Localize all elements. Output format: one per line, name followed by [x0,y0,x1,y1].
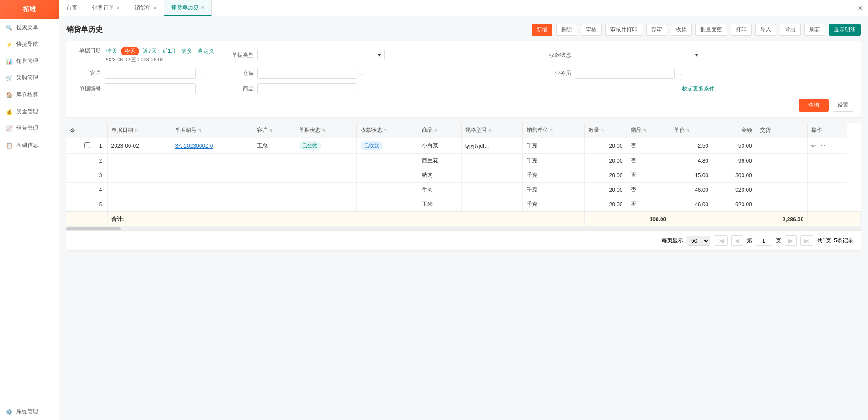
sidebar-item-search-menu[interactable]: 🔍 搜索菜单 [0,19,59,36]
cell-spec [461,154,523,168]
staff-input[interactable] [575,68,675,79]
th-doc-status[interactable]: 单据状态⇅ [295,123,357,138]
data-table-container: ⚙ 单据日期⇅ 单据编号⇅ 客户⇅ 单据状态⇅ [66,123,861,250]
cell-checkbox [80,183,94,197]
ops-more[interactable]: ⋯ [820,143,826,149]
th-collect-status[interactable]: 收款状态⇅ [356,123,418,138]
cell-goods: 牛肉 [418,183,462,197]
page-prev-button[interactable]: ◀ [731,235,743,246]
export-button[interactable]: 导出 [780,24,801,36]
collapse-button[interactable]: 收起更多条件 [682,85,715,93]
collect-status-badge: 已收款 [361,141,383,150]
sidebar-item-quick-nav[interactable]: ⚡ 快捷导航 [0,36,59,53]
tab-sales-goods[interactable]: 销货单 × [127,0,164,16]
collect-status-label: 收款状态 [544,51,571,59]
th-spec[interactable]: 规格型号⇅ [461,123,523,138]
sidebar-item-finance[interactable]: 💰 资金管理 [0,103,59,120]
collect-button[interactable]: 收款 [671,24,692,36]
row-checkbox[interactable] [84,142,90,148]
sidebar-item-sales-mgmt[interactable]: 📊 销售管理 [0,53,59,70]
th-gift[interactable]: 赠品⇅ [627,123,670,138]
th-price[interactable]: 单价⇅ [670,123,712,138]
sidebar-item-basic-info[interactable]: 📋 基础信息 [0,137,59,154]
shortcut-custom[interactable]: 自定义 [196,47,216,55]
th-doc-no[interactable]: 单据编号⇅ [171,123,253,138]
review-button[interactable]: 审核 [581,24,602,36]
sidebar-item-purchase-mgmt[interactable]: 🛒 采购管理 [0,70,59,86]
tab-sales-history-close[interactable]: × [201,5,204,10]
window-close-button[interactable]: ✕ [853,5,868,11]
doc-no-input[interactable] [105,83,196,94]
summary-rownum [94,212,107,227]
cell-unit: 千克 [523,168,585,183]
shortcut-7days[interactable]: 近7天 [141,47,159,55]
th-customer[interactable]: 客户⇅ [253,123,295,138]
sort-price: ⇅ [686,128,690,133]
tab-sales-order[interactable]: 销售订单 × [85,0,127,16]
page-next-button[interactable]: ▶ [785,235,797,246]
warehouse-input[interactable] [257,68,357,79]
filter-row-1: 单据日期 昨天 今天 近7天 近1月 更多 自定义 2023-06-02 至 2… [74,47,853,63]
page-number-input[interactable] [756,236,772,246]
tab-sales-history[interactable]: 销货单历史 × [164,0,212,16]
tab-sales-goods-label: 销货单 [135,4,151,12]
shortcut-today[interactable]: 今天 [121,47,139,55]
abandon-button[interactable]: 弃审 [646,24,667,36]
cell-doc-no[interactable]: SA-20230602-0 [171,138,253,154]
th-unit[interactable]: 销售单位⇅ [523,123,585,138]
sidebar-item-inventory[interactable]: 🏠 库存核算 [0,86,59,103]
import-button[interactable]: 导入 [755,24,776,36]
th-qty[interactable]: 数量⇅ [584,123,627,138]
sidebar-item-ops-mgmt[interactable]: 📈 经营管理 [0,120,59,137]
summary-settings [66,212,80,227]
page-last-button[interactable]: ▶| [800,235,813,246]
print-button[interactable]: 打印 [731,24,752,36]
page-first-button[interactable]: |◀ [714,235,727,246]
staff-dots[interactable]: ... [678,70,683,76]
new-button[interactable]: 新增 [532,24,552,36]
staff-label: 业务员 [544,70,571,77]
customer-dots[interactable]: ... [199,70,204,76]
th-settings[interactable]: ⚙ [66,123,80,138]
customer-input[interactable] [105,68,196,79]
review-print-button[interactable]: 审核并打印 [605,24,642,36]
cell-ops [808,154,847,168]
shortcut-more[interactable]: 更多 [180,47,194,55]
goods-dots[interactable]: ... [361,85,366,92]
query-button[interactable]: 查询 [799,99,829,112]
show-details-button[interactable]: 显示明细 [829,24,861,36]
refresh-button[interactable]: 刷新 [804,24,825,36]
cell-trade [756,138,808,154]
settings-button[interactable]: 设置 [833,99,853,112]
doc-no-link[interactable]: SA-20230602-0 [175,143,213,149]
tab-home[interactable]: 首页 [59,0,85,16]
per-page-select[interactable]: 50 100 200 [687,236,710,246]
doc-type-select[interactable]: ▾ [257,50,385,60]
sidebar-item-label: 销售管理 [16,57,38,65]
sidebar-item-sys-mgmt[interactable]: ⚙️ 系统管理 [0,403,59,420]
cell-settings [66,183,80,197]
th-goods[interactable]: 商品⇅ [418,123,462,138]
cell-goods: 西兰花 [418,154,462,168]
tab-sales-order-close[interactable]: × [117,5,120,10]
shortcut-1month[interactable]: 近1月 [161,47,178,55]
cell-qty: 20.00 [584,154,627,168]
delete-button[interactable]: 删除 [556,24,577,36]
cell-price: 15.00 [670,168,712,183]
tab-sales-goods-close[interactable]: × [154,5,156,10]
horizontal-scrollbar[interactable] [66,227,861,230]
cell-qty: 20.00 [584,138,627,154]
cell-checkbox[interactable] [80,138,94,154]
ops-edit[interactable]: ✏ [811,143,816,149]
cell-ops[interactable]: ✏ ⋯ [808,138,847,154]
collect-status-select[interactable]: ▾ [575,50,702,60]
page-label-post: 页 [776,237,781,245]
shortcut-yesterday[interactable]: 昨天 [105,47,119,55]
sys-mgmt-icon: ⚙️ [5,408,13,415]
batch-change-button[interactable]: 批量变更 [695,24,727,36]
filter-row-2: 客户 ... 仓库 ... 业务员 ... [74,68,853,79]
goods-input[interactable] [257,83,357,94]
warehouse-dots[interactable]: ... [361,70,366,76]
th-doc-date[interactable]: 单据日期⇅ [107,123,171,138]
content-area: 销货单历史 新增 删除 审核 审核并打印 弃审 收款 批量变更 打印 导入 导出… [59,16,868,420]
